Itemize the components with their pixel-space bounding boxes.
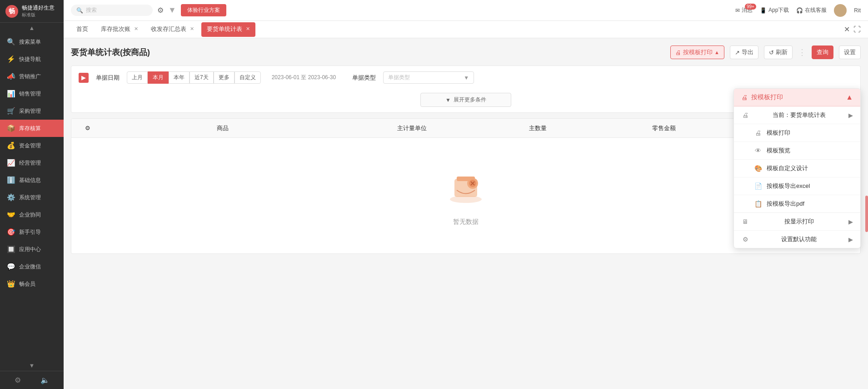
scrollbar-indicator[interactable] <box>865 196 868 232</box>
expand-more-btn[interactable]: ▼ 展开更多条件 <box>420 93 511 107</box>
sidebar-item-purchase[interactable]: 🛒 采购管理 <box>0 102 64 120</box>
col-qty: 主数量 <box>475 124 601 132</box>
sidebar-logo: 畅 畅捷通好生意 标准版 <box>0 0 64 23</box>
vip-icon: 👑 <box>6 280 15 288</box>
current-template-arrow-icon: ▶ <box>848 112 853 119</box>
tabs-close-all-icon[interactable]: ✕ <box>844 25 850 34</box>
export-btn[interactable]: ↗ 导出 <box>730 45 758 59</box>
query-btn[interactable]: 查询 <box>812 45 833 59</box>
settings-bottom-icon[interactable]: ⚙ <box>15 376 21 384</box>
print-dropdown: 🖨 按模板打印 ▲ 🖨 当前：要货单统计表 ▶ 🖨 模板打印 � <box>733 88 861 248</box>
dropdown-sub-group: 🖨 模板打印 👁 模板预览 🎨 模板自定义设计 📄 按模板导出excel 📋 <box>734 124 860 213</box>
chevron-up-icon: ▲ <box>714 50 719 55</box>
select-arrow-icon: ▼ <box>464 75 469 81</box>
cooperation-icon: 🤝 <box>6 211 15 219</box>
display-print-icon: 🖥 <box>741 218 749 225</box>
online-service-btn[interactable]: 🎧 在线客服 <box>796 6 827 14</box>
col-goods: 商品 <box>97 124 349 132</box>
date-custom[interactable]: 自定义 <box>234 71 261 84</box>
sidebar-item-cooperation[interactable]: 🤝 企业协同 <box>0 206 64 223</box>
set-default-arrow-icon: ▶ <box>848 236 853 243</box>
sidebar-item-basic-info[interactable]: ℹ️ 基础信息 <box>0 172 64 189</box>
system-icon: ⚙️ <box>6 193 15 202</box>
sidebar-item-wechat[interactable]: 💬 企业微信 <box>0 258 64 275</box>
empty-illustration <box>443 165 489 211</box>
col-settings[interactable]: ⚙ <box>79 125 97 131</box>
sidebar-item-finance[interactable]: 💰 资金管理 <box>0 137 64 154</box>
export-excel-icon: 📄 <box>754 182 762 190</box>
sidebar-item-marketing[interactable]: 📣 营销推广 <box>0 68 64 85</box>
date-current-year[interactable]: 本年 <box>169 71 190 84</box>
sidebar-scroll-down[interactable]: ▼ <box>0 360 64 371</box>
doc-type-select[interactable]: 单据类型 ▼ <box>383 71 474 84</box>
dropdown-collapse-icon[interactable]: ▲ <box>846 93 853 101</box>
export-pdf-icon: 📋 <box>754 200 762 207</box>
sidebar-item-quick-nav[interactable]: ⚡ 快捷导航 <box>0 51 64 68</box>
sidebar-scroll-up[interactable]: ▲ <box>0 23 64 33</box>
topbar-search-icon: 🔍 <box>76 7 83 14</box>
date-more[interactable]: 更多 <box>214 71 234 84</box>
tabs-actions: ✕ ⛶ <box>844 25 861 34</box>
topbar: 🔍 搜索 ⚙ ▼ 体验行业方案 ✉ 消息 99+ 📱 App下载 🎧 在线客服 … <box>64 0 868 21</box>
topbar-gear-icon[interactable]: ⚙ <box>157 6 164 15</box>
refresh-btn[interactable]: ↺ 刷新 <box>764 45 793 59</box>
print-icon: 🖨 <box>675 49 681 56</box>
avatar[interactable] <box>834 4 847 17</box>
settings-btn[interactable]: 设置 <box>839 45 861 59</box>
sidebar-item-operations[interactable]: 📈 经营管理 <box>0 154 64 172</box>
sidebar-item-guide[interactable]: 🎯 新手引导 <box>0 223 64 241</box>
message-icon: ✉ <box>735 7 740 14</box>
filter-expand-arrow[interactable]: ▶ <box>79 73 89 83</box>
username-label: Rit <box>854 7 861 14</box>
tab-close-order-stats[interactable]: ✕ <box>246 26 250 32</box>
template-print-icon: 🖨 <box>754 129 762 136</box>
operations-icon: 📈 <box>6 159 15 167</box>
tab-collection-summary[interactable]: 收发存汇总表 ✕ <box>145 22 200 37</box>
export-icon: ↗ <box>735 49 740 56</box>
sidebar-item-inventory[interactable]: 📦 库存核算 <box>0 120 64 137</box>
sidebar-item-search[interactable]: 🔍 搜索菜单 <box>0 33 64 51</box>
tab-inventory-batch[interactable]: 库存批次账 ✕ <box>95 22 144 37</box>
audio-icon[interactable]: 🔈 <box>40 376 50 384</box>
sidebar-item-vip[interactable]: 👑 畅会员 <box>0 275 64 293</box>
dropdown-template-print[interactable]: 🖨 模板打印 <box>734 124 860 142</box>
message-btn[interactable]: ✉ 消息 99+ <box>735 6 753 14</box>
page-title: 要货单统计表(按商品) <box>71 47 150 58</box>
quick-nav-icon: ⚡ <box>6 55 15 63</box>
date-current-month[interactable]: 本月 <box>148 71 169 84</box>
tab-close-inventory-batch[interactable]: ✕ <box>134 26 138 32</box>
sales-icon: 📊 <box>6 90 15 98</box>
date-prev-month[interactable]: 上月 <box>127 71 148 84</box>
page-actions: 🖨 按模板打印 ▲ ↗ 导出 ↺ 刷新 ⋮ 查询 设置 <box>670 45 861 59</box>
col-retail-amount: 零售金额 <box>601 124 727 132</box>
topbar-right: ✉ 消息 99+ 📱 App下载 🎧 在线客服 Rit <box>735 4 861 17</box>
tab-order-stats[interactable]: 要货单统计表 ✕ <box>201 22 255 37</box>
experience-btn[interactable]: 体验行业方案 <box>181 4 226 16</box>
sidebar-item-app-center[interactable]: 🔲 应用中心 <box>0 241 64 258</box>
content-area: 要货单统计表(按商品) 🖨 按模板打印 ▲ ↗ 导出 ↺ 刷新 ⋮ 查询 设置 <box>64 38 868 389</box>
dropdown-current-template[interactable]: 🖨 当前：要货单统计表 ▶ <box>734 106 860 124</box>
topbar-search[interactable]: 🔍 搜索 <box>71 5 153 16</box>
dropdown-set-default[interactable]: ⚙ 设置默认功能 ▶ <box>734 231 860 248</box>
print-btn[interactable]: 🖨 按模板打印 ▲ <box>670 45 724 59</box>
sidebar-item-system[interactable]: ⚙️ 系统管理 <box>0 189 64 206</box>
date-last-7[interactable]: 近7天 <box>190 71 214 84</box>
display-print-arrow-icon: ▶ <box>848 218 853 225</box>
purchase-icon: 🛒 <box>6 107 15 115</box>
tab-close-collection-summary[interactable]: ✕ <box>190 26 194 32</box>
tab-home[interactable]: 首页 <box>71 22 94 37</box>
tabs-maximize-icon[interactable]: ⛶ <box>853 25 861 34</box>
phone-icon: 📱 <box>760 7 767 14</box>
app-download-btn[interactable]: 📱 App下载 <box>760 6 789 14</box>
tabs-bar: 首页 库存批次账 ✕ 收发存汇总表 ✕ 要货单统计表 ✕ ✕ ⛶ <box>64 21 868 38</box>
dropdown-export-excel[interactable]: 📄 按模板导出excel <box>734 177 860 195</box>
expand-icon: ▼ <box>445 97 451 103</box>
empty-text: 暂无数据 <box>453 218 479 226</box>
template-preview-icon: 👁 <box>754 147 762 154</box>
dropdown-template-preview[interactable]: 👁 模板预览 <box>734 142 860 160</box>
sidebar-item-sales[interactable]: 📊 销售管理 <box>0 85 64 102</box>
dropdown-template-design[interactable]: 🎨 模板自定义设计 <box>734 160 860 177</box>
dropdown-export-pdf[interactable]: 📋 按模板导出pdf <box>734 195 860 212</box>
dropdown-display-print[interactable]: 🖥 按显示打印 ▶ <box>734 213 860 231</box>
sidebar-nav: 🔍 搜索菜单 ⚡ 快捷导航 📣 营销推广 📊 销售管理 🛒 采购管理 📦 库存核… <box>0 33 64 360</box>
